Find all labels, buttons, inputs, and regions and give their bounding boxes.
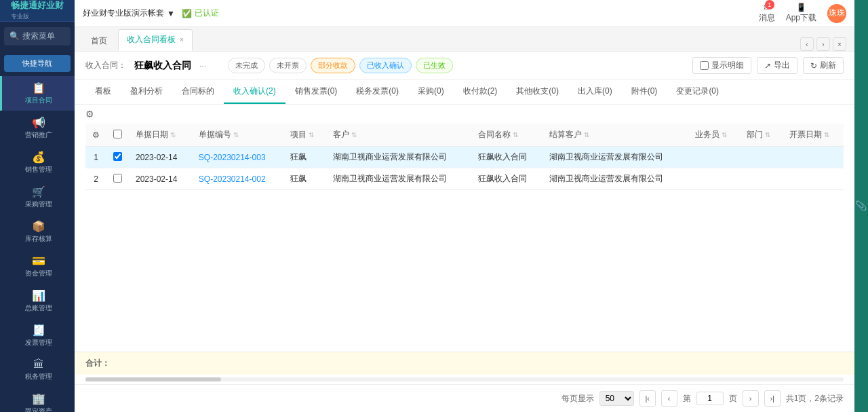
row-checkbox[interactable] — [113, 174, 122, 183]
refresh-label: 刷新 — [820, 60, 836, 71]
contract-title: 狂飙收入合同 — [134, 60, 191, 72]
revenue-table: ⚙ 单据日期 单据编号 项目 客户 合同名称 结算客户 业务员 部门 开票日期 — [85, 124, 844, 190]
tab-prev-button[interactable]: ‹ — [800, 37, 814, 51]
right-sidebar[interactable]: 📎 — [854, 0, 868, 412]
first-page-button[interactable]: |‹ — [639, 390, 656, 407]
quick-nav-button[interactable]: 快捷导航 — [4, 55, 71, 72]
company-name: 好业财专业版演示帐套 — [83, 7, 164, 19]
horizontal-scrollbar[interactable] — [75, 375, 854, 384]
table-container: ⚙ 单据日期 单据编号 项目 客户 合同名称 结算客户 业务员 部门 开票日期 — [75, 124, 854, 352]
th-date[interactable]: 单据日期 — [129, 124, 192, 147]
tab-close-icon[interactable]: × — [180, 36, 184, 43]
select-all-checkbox[interactable] — [113, 130, 122, 138]
sidebar-item-invoice-label: 发票管理 — [25, 338, 52, 348]
th-salesperson[interactable]: 业务员 — [688, 124, 740, 147]
tab-close-button[interactable]: × — [833, 37, 846, 51]
search-menu-button[interactable]: 🔍 搜索菜单 — [4, 27, 71, 45]
download-icon: 📱 — [796, 3, 806, 12]
th-bill-no[interactable]: 单据编号 — [192, 124, 283, 147]
quick-nav-section: 快捷导航 — [0, 51, 75, 76]
status-incomplete[interactable]: 未完成 — [228, 58, 265, 73]
tab-revenue-confirm[interactable]: 收入确认(2) — [224, 80, 285, 104]
sidebar-item-marketing[interactable]: 📢 营销推广 — [0, 111, 75, 145]
last-page-button[interactable]: ›| — [764, 390, 781, 407]
bill-no-link[interactable]: SQ-20230214-003 — [199, 153, 266, 162]
sidebar-item-funds[interactable]: 💳 资金管理 — [0, 249, 75, 284]
user-avatar[interactable]: 珠珠 — [827, 4, 846, 23]
total-label: 合计： — [85, 358, 110, 369]
tab-tax-invoice[interactable]: 税务发票(0) — [347, 80, 408, 104]
app-name: 畅捷通好业财 — [11, 0, 64, 11]
th-project[interactable]: 项目 — [283, 124, 326, 147]
tab-payment[interactable]: 收付款(2) — [454, 80, 507, 104]
sidebar-item-inventory[interactable]: 📦 库存核算 — [0, 214, 75, 249]
row-checkbox-cell[interactable] — [106, 168, 129, 190]
sidebar-item-purchase[interactable]: 🛒 采购管理 — [0, 180, 75, 214]
row-checkbox[interactable] — [113, 152, 122, 161]
tab-next-button[interactable]: › — [816, 37, 830, 51]
sidebar: 畅捷通好业财 专业版 🔍 搜索菜单 快捷导航 📋 项目合同 📢 营销推广 💰 销… — [0, 0, 75, 412]
next-page-button[interactable]: › — [743, 390, 759, 407]
row-num: 2 — [85, 168, 106, 190]
per-page-select[interactable]: 50 10 20 100 — [599, 391, 634, 406]
sidebar-item-general[interactable]: 📊 总账管理 — [0, 284, 75, 318]
bill-no-link[interactable]: SQ-20230214-002 — [199, 174, 266, 184]
scroll-thumb[interactable] — [85, 377, 221, 381]
row-customer: 湖南卫视商业运营发展有限公司 — [326, 168, 471, 190]
show-detail-checkbox[interactable]: 显示明细 — [692, 57, 751, 74]
status-partial-payment[interactable]: 部分收款 — [311, 58, 355, 73]
tab-contract-target[interactable]: 合同标的 — [172, 80, 224, 104]
sidebar-item-assets[interactable]: 🏢 固定资产 — [0, 387, 75, 412]
row-contract: 狂飙收入合同 — [471, 168, 542, 190]
app-download-button[interactable]: 📱 App下载 — [786, 3, 816, 24]
tab-other-income[interactable]: 其他收支(0) — [507, 80, 568, 104]
sidebar-item-project-label: 项目合同 — [25, 96, 52, 105]
message-button[interactable]: ✉ 1 消息 — [759, 3, 775, 24]
page-input[interactable] — [696, 392, 724, 405]
tab-change-log[interactable]: 变更记录(0) — [667, 80, 728, 104]
home-tab-label: 首页 — [91, 36, 107, 45]
row-contract: 狂飙收入合同 — [471, 147, 542, 168]
settings-icon[interactable]: ⚙ — [92, 130, 100, 140]
th-customer[interactable]: 客户 — [326, 124, 471, 147]
th-billing-customer[interactable]: 结算客户 — [542, 124, 688, 147]
table-toolbar: ⚙ — [75, 105, 854, 124]
row-num: 1 — [85, 147, 106, 168]
topbar: 好业财专业版演示帐套 ▼ ✅ 已认证 ✉ 1 消息 📱 App下载 珠珠 — [75, 0, 854, 27]
th-department[interactable]: 部门 — [740, 124, 783, 147]
home-tab[interactable]: 首页 — [83, 31, 115, 51]
table-settings-icon[interactable]: ⚙ — [85, 109, 94, 119]
company-selector[interactable]: 好业财专业版演示帐套 ▼ — [83, 7, 175, 19]
tab-purchase[interactable]: 采购(0) — [408, 80, 454, 104]
tab-attachment[interactable]: 附件(0) — [622, 80, 667, 104]
tab-profit[interactable]: 盈利分析 — [121, 80, 172, 104]
row-bill-no: SQ-20230214-002 — [192, 168, 283, 190]
status-uninvoiced[interactable]: 未开票 — [269, 58, 307, 73]
th-settings: ⚙ — [85, 124, 106, 147]
avatar-name: 珠珠 — [829, 7, 845, 19]
sidebar-item-invoice[interactable]: 🧾 发票管理 — [0, 318, 75, 353]
sidebar-item-project[interactable]: 📋 项目合同 — [0, 76, 75, 111]
th-invoice-date[interactable]: 开票日期 — [783, 124, 844, 147]
row-billing-customer: 湖南卫视商业运营发展有限公司 — [542, 147, 688, 168]
tab-warehouse[interactable]: 出入库(0) — [568, 80, 622, 104]
tab-kanban[interactable]: 看板 — [85, 80, 121, 104]
tab-sales-invoice[interactable]: 销售发票(0) — [285, 80, 347, 104]
th-contract[interactable]: 合同名称 — [471, 124, 542, 147]
status-effective[interactable]: 已生效 — [416, 58, 453, 73]
row-checkbox-cell[interactable] — [106, 147, 129, 168]
contract-board-tab[interactable]: 收入合同看板 × — [118, 29, 193, 51]
show-detail-input[interactable] — [700, 61, 709, 70]
inventory-icon: 📦 — [32, 220, 45, 233]
sidebar-item-tax[interactable]: 🏛 税务管理 — [0, 353, 75, 387]
tabbar: 首页 收入合同看板 × ‹ › × — [75, 27, 854, 52]
sidebar-item-sales[interactable]: 💰 销售管理 — [0, 145, 75, 180]
contract-status-group: 未完成 未开票 部分收款 已收入确认 已生效 — [228, 58, 453, 73]
more-options-icon[interactable]: ··· — [199, 61, 206, 71]
export-button[interactable]: ↗ 导出 — [757, 57, 797, 74]
prev-page-button[interactable]: ‹ — [661, 390, 677, 407]
refresh-button[interactable]: ↻ 刷新 — [803, 57, 844, 74]
search-menu-section: 🔍 搜索菜单 — [0, 22, 75, 51]
status-revenue-confirmed[interactable]: 已收入确认 — [359, 58, 412, 73]
row-salesperson — [688, 147, 740, 168]
